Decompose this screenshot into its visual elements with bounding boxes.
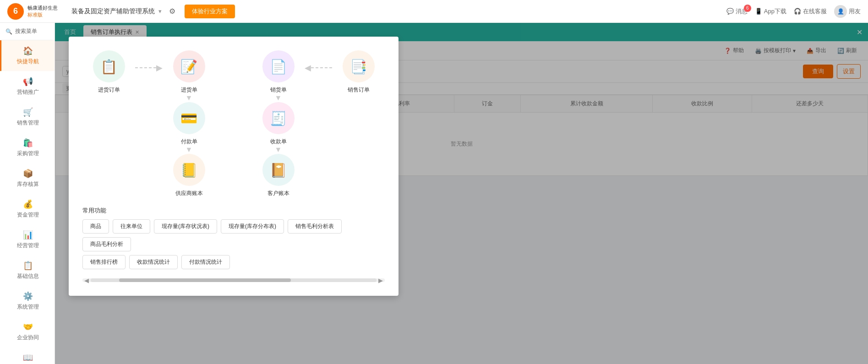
- spacer-mid2: [215, 94, 252, 102]
- sidebar-item-basic[interactable]: 📋 基础信息: [0, 255, 55, 286]
- arrow-down-purchase: ▼: [163, 94, 215, 102]
- flow-row-1: 📋 进货订单 ▶ 📝 进货单: [82, 50, 385, 94]
- user-item[interactable]: 👤 用友: [834, 5, 861, 18]
- flow-item-purchase-bill: 📝 进货单: [163, 50, 215, 94]
- sidebar-item-inventory[interactable]: 📦 库存核算: [0, 163, 55, 194]
- flow-item-receipt: 🧾 收款单: [252, 102, 305, 146]
- system-icon: ⚙️: [23, 291, 33, 301]
- sidebar-item-operation[interactable]: 📊 经营管理: [0, 224, 55, 255]
- arrow-1: ▶: [135, 63, 163, 73]
- popup-scrollbar[interactable]: ◀ ▶: [82, 278, 385, 282]
- operation-icon: 📊: [23, 230, 33, 240]
- scrollbar-thumb[interactable]: [119, 278, 290, 282]
- spacer-mid3: [305, 94, 332, 102]
- sidebar-item-newbie[interactable]: 📖 新手引导: [0, 347, 55, 364]
- flow-item-purchase-order: 📋 进货订单: [82, 50, 135, 94]
- common-functions: 常用功能 商品 往来单位 现存量(库存状况表) 现存量(库存分布表) 销售毛利分…: [82, 206, 385, 269]
- spacer5: [215, 146, 252, 154]
- sidebar-item-purchase[interactable]: 🛍️ 采购管理: [0, 132, 55, 163]
- system-title-area: 装备及固定资产辅助管理系统 ▾ ⚙ 体验行业方案: [62, 5, 726, 18]
- sales-bill-circle[interactable]: 📄: [262, 50, 295, 82]
- user-name: 用友: [849, 7, 861, 16]
- purchase-order-label: 进货订单: [98, 86, 120, 94]
- arrow-2: ◀: [305, 63, 332, 73]
- logo-area: 6 畅康通好生意 标准版: [7, 3, 62, 20]
- purchase-bill-circle[interactable]: 📝: [173, 50, 205, 82]
- sales-bill-label: 销货单: [270, 86, 287, 94]
- spacer4: [135, 146, 163, 154]
- flow-row-arrows2: ▼ ▼: [82, 146, 385, 154]
- header-right: 💬 消息 6 📱 App下载 🎧 在线客服 👤 用友: [726, 5, 861, 18]
- flow-row-arrows: ▼ ▼: [82, 94, 385, 102]
- func-btn-sales-margin[interactable]: 销售毛利分析表: [288, 219, 342, 234]
- trial-button[interactable]: 体验行业方案: [185, 5, 235, 18]
- flow-item-sales-order: 📑 销售订单: [332, 50, 385, 94]
- func-btn-sales-ranking[interactable]: 销售排行榜: [82, 255, 126, 269]
- app-download-item[interactable]: 📱 App下载: [755, 7, 786, 16]
- sidebar-item-enterprise[interactable]: 🤝 企业协同: [0, 316, 55, 347]
- payment-label: 付款单: [181, 138, 197, 146]
- flow-row-3: 📒 供应商账本 📔 客户账本: [82, 154, 385, 197]
- spacer6: [305, 146, 332, 154]
- basic-icon: 📋: [23, 261, 33, 271]
- func-btn-receipt-stats[interactable]: 收款情况统计: [129, 255, 178, 269]
- receipt-label: 收款单: [270, 138, 287, 146]
- scroll-right-icon[interactable]: ▶: [377, 277, 385, 284]
- dropdown-arrow-icon[interactable]: ▾: [158, 8, 162, 15]
- sidebar-item-system[interactable]: ⚙️ 系统管理: [0, 286, 55, 316]
- common-functions-title: 常用功能: [82, 206, 385, 215]
- online-service-item[interactable]: 🎧 在线客服: [794, 7, 827, 16]
- scrollbar-track: [91, 278, 377, 282]
- settings-icon[interactable]: ⚙: [169, 7, 175, 16]
- spacer3: [82, 146, 135, 154]
- customer-ledger-circle[interactable]: 📔: [262, 154, 295, 186]
- flow-item-sales-bill: 📄 销货单: [252, 50, 305, 94]
- purchase-bill-label: 进货单: [181, 86, 197, 94]
- newbie-icon: 📖: [23, 353, 33, 363]
- sales-icon: 🛒: [23, 107, 33, 117]
- search-menu[interactable]: 🔍 搜索菜单: [0, 23, 55, 40]
- sidebar-item-sales[interactable]: 🛒 销售管理: [0, 102, 55, 132]
- sidebar-item-quick-nav[interactable]: 🏠 快捷导航: [0, 40, 55, 71]
- func-btn-stock-dist[interactable]: 现存量(库存分布表): [221, 219, 284, 234]
- func-btn-product[interactable]: 商品: [82, 219, 109, 234]
- sales-order-circle[interactable]: 📑: [343, 50, 375, 82]
- payment-circle[interactable]: 💳: [173, 102, 205, 134]
- func-btns-row-1: 商品 往来单位 现存量(库存状况表) 现存量(库存分布表) 销售毛利分析表 商品…: [82, 219, 385, 251]
- func-btn-contacts[interactable]: 往来单位: [113, 219, 150, 234]
- message-badge: 6: [744, 5, 751, 12]
- sales-order-label: 销售订单: [348, 86, 370, 94]
- system-title: 装备及固定资产辅助管理系统: [71, 7, 155, 16]
- func-btn-stock-status[interactable]: 现存量(库存状况表): [154, 219, 217, 234]
- spacer-left: [82, 94, 135, 102]
- message-icon: 💬: [726, 8, 734, 15]
- flow-item-payment: 💳 付款单: [163, 102, 215, 146]
- receipt-circle[interactable]: 🧾: [262, 102, 295, 134]
- flow-section: 📋 进货订单 ▶ 📝 进货单: [82, 50, 385, 197]
- supplier-ledger-label: 供应商账本: [175, 190, 203, 197]
- spacer-mid1: [135, 94, 163, 102]
- popup-dialog: 📋 进货订单 ▶ 📝 进货单: [69, 37, 399, 296]
- sidebar-item-marketing[interactable]: 📢 营销推广: [0, 71, 55, 102]
- scroll-left-icon[interactable]: ◀: [82, 277, 91, 284]
- spacer7: [332, 146, 385, 154]
- headset-icon: 🎧: [794, 8, 801, 15]
- sidebar-item-finance[interactable]: 💰 资金管理: [0, 194, 55, 224]
- customer-ledger-label: 客户账本: [267, 190, 289, 197]
- flow-item-supplier-ledger: 📒 供应商账本: [163, 154, 215, 197]
- logo-text: 畅康通好生意 标准版: [27, 5, 58, 18]
- arrow-down-payment: ▼: [163, 146, 215, 154]
- func-btn-product-margin[interactable]: 商品毛利分析: [82, 237, 131, 251]
- mobile-icon: 📱: [755, 8, 762, 15]
- purchase-icon: 🛍️: [23, 138, 33, 148]
- supplier-ledger-circle[interactable]: 📒: [173, 154, 205, 186]
- func-btn-payment-stats[interactable]: 付款情况统计: [181, 255, 230, 269]
- search-icon: 🔍: [5, 28, 12, 35]
- flow-item-customer-ledger: 📔 客户账本: [252, 154, 305, 197]
- message-item[interactable]: 💬 消息 6: [726, 7, 748, 16]
- func-btns-row-2: 销售排行榜 收款情况统计 付款情况统计: [82, 255, 385, 269]
- top-header: 6 畅康通好生意 标准版 装备及固定资产辅助管理系统 ▾ ⚙ 体验行业方案 💬 …: [0, 0, 868, 23]
- purchase-order-circle[interactable]: 📋: [93, 50, 125, 82]
- sidebar: 🔍 搜索菜单 🏠 快捷导航 📢 营销推广 🛒 销售管理 🛍️ 采购管理 📦 库存…: [0, 23, 55, 364]
- finance-icon: 💰: [23, 199, 33, 209]
